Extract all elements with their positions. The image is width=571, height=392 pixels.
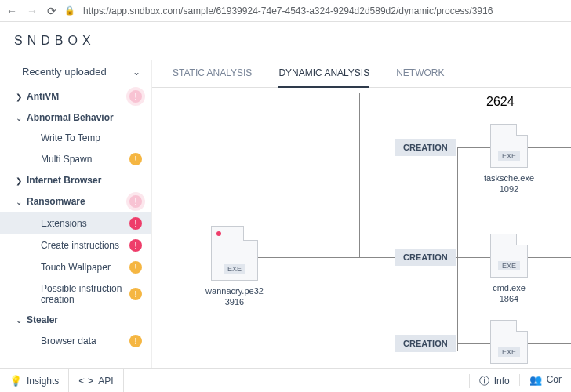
sidebar-item-write-to-temp[interactable]: Write To Temp <box>0 128 151 148</box>
process-node-root[interactable]: EXE wannacry.pe32 3916 <box>187 226 282 308</box>
tab-static-analysis[interactable]: STATIC ANALYSIS <box>173 67 252 87</box>
main: Recently uploaded ⌄ ❯AntiVM!⌄Abnormal Be… <box>0 60 571 368</box>
sidebar-item-ransomware[interactable]: ⌄Ransomware! <box>0 191 151 212</box>
alert-badge-icon: ! <box>129 195 142 208</box>
sidebar-item-label: Browser data <box>41 336 129 347</box>
insights-button[interactable]: 💡 Insights <box>0 369 69 392</box>
caret-icon: ❯ <box>16 176 27 185</box>
creation-tag: CREATION <box>395 139 456 156</box>
file-ext: EXE <box>224 264 245 274</box>
info-label: Info <box>494 376 510 387</box>
caret-icon: ⌄ <box>16 316 27 325</box>
sidebar-item-extensions[interactable]: Extensions! <box>0 212 151 234</box>
sidebar-header-label: Recently uploaded <box>22 66 107 78</box>
code-icon: < > <box>78 375 93 387</box>
cor-button[interactable]: 👥 Cor <box>519 374 571 386</box>
node-name: tasksche.exe <box>474 172 544 183</box>
sidebar-item-multi-spawn[interactable]: Multi Spawn! <box>0 148 151 170</box>
forward-icon[interactable]: → <box>27 5 38 17</box>
node-pid: 3916 <box>187 296 282 307</box>
reload-icon[interactable]: ⟳ <box>47 5 56 17</box>
alert-badge-icon: ! <box>129 90 142 103</box>
creation-tag: CREATION <box>395 249 456 266</box>
sidebar-item-label: Touch Wallpaper <box>41 262 129 273</box>
alert-badge-icon: ! <box>129 335 142 347</box>
topbar: SNDBOX <box>0 22 571 60</box>
sidebar-item-label: Ransomware <box>27 196 129 207</box>
caret-icon: ⌄ <box>16 198 27 206</box>
bulb-icon: 💡 <box>9 375 22 387</box>
logo[interactable]: SNDBOX <box>14 34 96 48</box>
alert-badge-icon: ! <box>129 239 142 252</box>
process-node[interactable]: EXE tasksche.exe 1092 <box>474 124 544 195</box>
file-ext: EXE <box>498 261 520 270</box>
file-icon: EXE <box>490 234 528 278</box>
sidebar-item-label: Abnormal Behavior <box>27 112 144 123</box>
file-icon: EXE <box>490 124 528 168</box>
sidebar-item-label: AntiVM <box>27 91 129 102</box>
alert-badge-icon: ! <box>129 217 142 230</box>
file-ext: EXE <box>498 151 520 161</box>
sidebar-header[interactable]: Recently uploaded ⌄ <box>0 60 151 85</box>
sidebar-item-abnormal-behavior[interactable]: ⌄Abnormal Behavior <box>0 107 151 128</box>
sidebar-item-create-instructions[interactable]: Create instructions! <box>0 234 151 256</box>
info-icon: ⓘ <box>479 374 489 388</box>
sidebar-item-browser-data[interactable]: Browser data! <box>0 330 151 352</box>
chevron-down-icon: ⌄ <box>133 67 140 78</box>
sidebar-item-label: Multi Spawn <box>41 154 129 165</box>
sidebar-item-label: Write To Temp <box>41 132 144 143</box>
node-name: wannacry.pe32 <box>187 285 282 296</box>
caret-icon: ⌄ <box>16 114 27 122</box>
file-ext: EXE <box>498 347 520 357</box>
sidebar-item-touch-wallpaper[interactable]: Touch Wallpaper! <box>0 256 151 278</box>
node-pid-top: 2624 <box>486 94 515 111</box>
api-label: API <box>98 376 113 387</box>
sidebar-item-label: Extensions <box>41 218 129 229</box>
alert-badge-icon: ! <box>129 153 142 165</box>
process-node[interactable]: EXE cmd.exe 1864 <box>474 234 544 305</box>
node-pid: 1092 <box>474 183 544 194</box>
insights-label: Insights <box>27 376 59 387</box>
sidebar-item-stealer[interactable]: ⌄Stealer <box>0 310 151 330</box>
cor-label: Cor <box>547 374 562 385</box>
process-graph: 2624 EXE wannacry.pe32 3916 CRE <box>152 93 571 368</box>
nav-buttons: ← → ⟳ <box>6 5 56 17</box>
info-button[interactable]: ⓘ Info <box>469 374 519 388</box>
process-node[interactable]: EXE @WanaDecryptor@.exe 3952 <box>458 320 560 368</box>
file-icon: EXE <box>211 226 258 281</box>
node-name: cmd.exe <box>474 282 544 293</box>
sidebar: Recently uploaded ⌄ ❯AntiVM!⌄Abnormal Be… <box>0 60 152 368</box>
sidebar-item-possible-instruction-creation[interactable]: Possible instruction creation! <box>0 278 151 310</box>
tabs: STATIC ANALYSISDYNAMIC ANALYSISNETWORK <box>152 60 571 88</box>
sidebar-item-internet-browser[interactable]: ❯Internet Browser <box>0 170 151 191</box>
alert-badge-icon: ! <box>129 261 142 274</box>
lock-icon: 🔒 <box>64 5 75 16</box>
sidebar-item-antivm[interactable]: ❯AntiVM! <box>0 85 151 107</box>
creation-tag: CREATION <box>395 335 456 352</box>
sidebar-item-label: Stealer <box>27 314 144 325</box>
people-icon: 👥 <box>529 374 542 386</box>
graph-line <box>359 93 360 257</box>
sidebar-item-label: Possible instruction creation <box>41 283 129 305</box>
sidebar-item-label: Internet Browser <box>27 175 144 186</box>
alert-dot-icon <box>216 231 221 236</box>
url-bar[interactable]: https://app.sndbox.com/sample/61939924-7… <box>83 5 565 16</box>
browser-bar: ← → ⟳ 🔒 https://app.sndbox.com/sample/61… <box>0 0 571 22</box>
caret-icon: ❯ <box>16 93 27 101</box>
file-icon: EXE <box>490 320 528 364</box>
api-button[interactable]: < > API <box>69 369 123 392</box>
node-pid: 1864 <box>474 293 544 304</box>
tab-dynamic-analysis[interactable]: DYNAMIC ANALYSIS <box>278 67 369 88</box>
tab-network[interactable]: NETWORK <box>396 67 444 87</box>
alert-badge-icon: ! <box>129 288 142 300</box>
content: STATIC ANALYSISDYNAMIC ANALYSISNETWORK 2… <box>152 60 571 368</box>
back-icon[interactable]: ← <box>6 5 17 17</box>
bottombar: 💡 Insights < > API ⓘ Info 👥 Cor <box>0 368 571 392</box>
sidebar-item-label: Create instructions <box>41 240 129 251</box>
